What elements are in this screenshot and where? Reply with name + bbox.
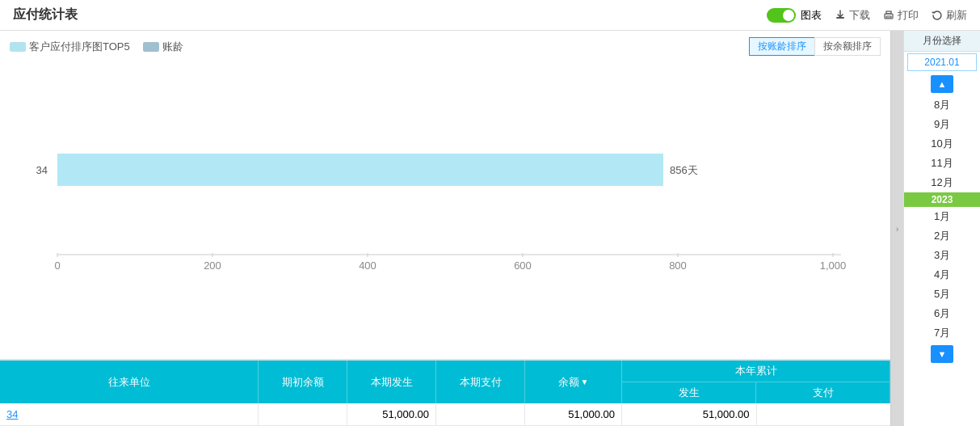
download-icon xyxy=(835,10,846,21)
legend-item-2: 账龄 xyxy=(143,40,183,54)
col-opening-header: 期初余额 xyxy=(259,361,347,403)
chart-svg: 34 856天 xyxy=(13,69,877,279)
cell-opening xyxy=(259,403,347,425)
month-2[interactable]: 2月 xyxy=(904,226,980,246)
month-list: ▲ 8月 9月 10月 11月 12月 2023 1月 2月 3月 4月 5月 … xyxy=(904,73,980,365)
col-current-pay-header: 本期支付 xyxy=(436,361,525,403)
svg-text:856天: 856天 xyxy=(670,164,698,176)
month-panel: 月份选择 2021.01 ▲ 8月 9月 10月 11月 12月 2023 1月… xyxy=(903,31,980,426)
cell-ytd-pay xyxy=(757,403,891,425)
svg-text:200: 200 xyxy=(204,259,221,272)
unit-link[interactable]: 34 xyxy=(6,408,18,420)
refresh-label: 刷新 xyxy=(946,8,967,23)
refresh-icon xyxy=(932,10,943,21)
col-incoming-header: 往来单位 xyxy=(0,361,259,403)
svg-rect-2 xyxy=(886,11,891,14)
download-label: 下载 xyxy=(849,8,870,23)
legend-label-1: 客户应付排序图TOP5 xyxy=(29,40,130,54)
sidebar-collapse-button[interactable]: › xyxy=(890,31,903,426)
sidebar-collapse-icon: › xyxy=(896,224,899,234)
month-up-button[interactable]: ▲ xyxy=(931,75,953,93)
svg-text:0: 0 xyxy=(54,259,60,272)
legend-color-2 xyxy=(143,42,159,52)
sort-by-amount-button[interactable]: 按账龄排序 xyxy=(749,37,814,56)
month-10[interactable]: 10月 xyxy=(904,134,980,154)
legend-item-1: 客户应付排序图TOP5 xyxy=(10,40,130,54)
month-6[interactable]: 6月 xyxy=(904,304,980,323)
cell-ytd-occur: 51,000.00 xyxy=(622,403,757,425)
panel-header: 月份选择 xyxy=(904,31,980,52)
month-9[interactable]: 9月 xyxy=(904,115,980,134)
legend-label-2: 账龄 xyxy=(162,40,183,54)
month-1[interactable]: 1月 xyxy=(904,207,980,226)
chart-toggle-wrap: 图表 xyxy=(767,8,822,23)
bar-chart: 34 856天 xyxy=(0,62,890,352)
month-8[interactable]: 8月 xyxy=(904,95,980,115)
chart-toggle[interactable] xyxy=(767,8,796,23)
month-12[interactable]: 12月 xyxy=(904,173,980,192)
sort-by-balance-button[interactable]: 按余额排序 xyxy=(814,37,881,56)
print-label: 打印 xyxy=(898,8,919,23)
legend-color-1 xyxy=(10,42,26,52)
svg-rect-3 xyxy=(886,16,891,18)
cell-current-pay xyxy=(436,403,525,425)
svg-text:400: 400 xyxy=(359,259,376,272)
col-ytd-occur-header: 发生 xyxy=(622,382,756,403)
col-balance-header: 余额 ▼ xyxy=(525,361,622,403)
month-7[interactable]: 7月 xyxy=(904,323,980,343)
svg-text:1,000: 1,000 xyxy=(820,259,847,272)
print-button[interactable]: 打印 xyxy=(883,8,919,23)
year-2023-label: 2023 xyxy=(904,192,980,207)
cell-balance: 51,000.00 xyxy=(525,403,622,425)
svg-rect-5 xyxy=(57,154,663,186)
month-down-button[interactable]: ▼ xyxy=(931,345,953,363)
print-icon xyxy=(883,10,894,21)
chart-toggle-label: 图表 xyxy=(801,8,822,23)
month-4[interactable]: 4月 xyxy=(904,265,980,285)
svg-text:34: 34 xyxy=(36,164,48,176)
panel-date[interactable]: 2021.01 xyxy=(907,53,977,71)
cell-current-occur: 51,000.00 xyxy=(347,403,436,425)
data-table: 往来单位 期初余额 本期发生 本期支付 余额 ▼ xyxy=(0,359,890,426)
month-3[interactable]: 3月 xyxy=(904,246,980,265)
col-ytd-pay-header: 支付 xyxy=(756,382,890,403)
cell-unit: 34 xyxy=(0,403,259,425)
table-row: 34 51,000.00 51,000.00 xyxy=(0,403,890,426)
page-title: 应付统计表 xyxy=(13,6,78,23)
download-button[interactable]: 下载 xyxy=(835,8,870,23)
svg-text:600: 600 xyxy=(514,259,532,272)
col-current-occur-header: 本期发生 xyxy=(347,361,436,403)
month-5[interactable]: 5月 xyxy=(904,285,980,304)
col-ytd-header: 本年累计 xyxy=(622,361,890,382)
svg-text:800: 800 xyxy=(669,259,687,272)
month-11[interactable]: 11月 xyxy=(904,154,980,173)
refresh-button[interactable]: 刷新 xyxy=(932,8,967,23)
